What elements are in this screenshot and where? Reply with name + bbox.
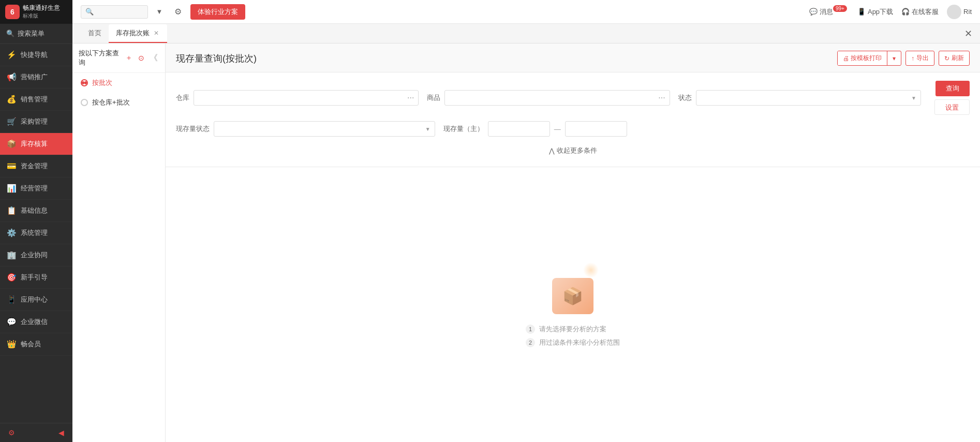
wechat-icon: 💬 [6, 317, 17, 327]
empty-state: 1 请先选择要分析的方案 2 用过滤条件来缩小分析范围 [166, 167, 980, 442]
topbar-gear-icon[interactable]: ⚙ [171, 5, 185, 19]
inv-status-select[interactable]: ▼ [214, 121, 435, 137]
btn-area: 查询 设置 [934, 81, 970, 115]
topbar-dropdown[interactable]: ▼ [153, 6, 166, 18]
sidebar-item-inventory[interactable]: 📦 库存核算 [0, 133, 72, 155]
warehouse-label: 仓库 [176, 93, 189, 102]
empty-icon [547, 262, 599, 314]
app-download-item[interactable]: 📱 App下载 [857, 7, 893, 17]
refresh-icon: ↻ [944, 55, 949, 62]
appstore-icon: 📱 [6, 294, 17, 305]
trial-btn[interactable]: 体验行业方案 [190, 4, 245, 20]
refresh-label: 刷新 [952, 54, 964, 63]
service-icon: 🎧 [901, 8, 910, 16]
user-item[interactable]: Rit [947, 5, 972, 19]
tab-close-icon[interactable]: ✕ [153, 30, 160, 37]
topbar-search-box[interactable]: 🔍 [81, 5, 148, 19]
sidebar-header: 6 畅康通好生意 标准版 [0, 0, 72, 24]
marketing-icon: 📢 [6, 72, 17, 82]
sidebar-subtitle: 标准版 [23, 12, 60, 20]
left-panel-actions: ＋ ⊙ 《 [124, 53, 159, 63]
sidebar-item-operation[interactable]: 📊 经营管理 [0, 178, 72, 200]
quantity-label: 现存量（主） [443, 124, 484, 134]
sidebar-item-label: 企业微信 [21, 317, 48, 327]
sidebar-item-wechat[interactable]: 💬 企业微信 [0, 311, 72, 333]
left-panel-item-warehouse-batch[interactable]: 按仓库+批次 [72, 93, 165, 112]
product-label: 商品 [427, 93, 440, 102]
sidebar-item-label: 畅会员 [21, 340, 41, 349]
sidebar-item-marketing[interactable]: 📢 营销推广 [0, 66, 72, 89]
panel-close-btn[interactable]: ✕ [964, 30, 972, 37]
page-header: 现存量查询(按批次) 🖨 按模板打印 ▾ ↑ 导出 [166, 43, 980, 72]
tab-home[interactable]: 首页 [81, 24, 109, 43]
sidebar-item-finance[interactable]: 💳 资金管理 [0, 155, 72, 178]
sidebar-company-name: 畅康通好生意 [23, 4, 60, 12]
manage-plan-btn[interactable]: ⊙ [136, 53, 146, 63]
left-panel-title: 按以下方案查询 [79, 49, 121, 67]
empty-shine [583, 262, 599, 278]
sidebar-search[interactable]: 🔍 搜索菜单 [0, 24, 72, 44]
sidebar-item-label: 快捷导航 [21, 50, 48, 60]
sidebar-item-quick-nav[interactable]: ⚡ 快捷导航 [0, 44, 72, 66]
avatar [947, 5, 961, 19]
left-panel-header: 按以下方案查询 ＋ ⊙ 《 [72, 43, 165, 73]
sidebar-company: 畅康通好生意 标准版 [23, 4, 60, 20]
sidebar-logo: 6 [5, 5, 20, 19]
sidebar-item-label: 经营管理 [21, 184, 48, 193]
print-label: 按模板打印 [851, 54, 882, 63]
quantity-min-input[interactable] [488, 121, 550, 137]
online-service-item[interactable]: 🎧 在线客服 [901, 7, 939, 17]
settings-btn[interactable]: 设置 [934, 99, 970, 115]
sidebar-item-basic[interactable]: 📋 基础信息 [0, 200, 72, 222]
filter-collapse-btn[interactable]: ⋀ 收起更多条件 [176, 143, 970, 158]
sidebar-item-sales[interactable]: 💰 销售管理 [0, 89, 72, 111]
tab-batch-account[interactable]: 库存批次账 ✕ [109, 24, 167, 43]
sidebar-item-label: 应用中心 [21, 295, 48, 304]
sidebar-item-system[interactable]: ⚙️ 系统管理 [0, 222, 72, 244]
sidebar-collapse-icon[interactable]: ◀ [56, 428, 66, 438]
sidebar-item-purchase[interactable]: 🛒 采购管理 [0, 111, 72, 133]
export-btn[interactable]: ↑ 导出 [905, 51, 934, 66]
add-plan-btn[interactable]: ＋ [124, 53, 134, 63]
filter-group-inv-status: 现存量状态 ▼ [176, 121, 435, 137]
refresh-btn[interactable]: ↻ 刷新 [939, 51, 970, 66]
filter-collapse-row: ⋀ 收起更多条件 [176, 143, 970, 158]
filter-group-status: 状态 ▼ [678, 90, 921, 106]
query-btn[interactable]: 查询 [936, 81, 970, 96]
member-icon: 👑 [6, 339, 17, 349]
left-panel: 按以下方案查询 ＋ ⊙ 《 按批次 按仓库+批次 [72, 43, 166, 442]
hint-num-2: 2 [526, 338, 535, 347]
message-item[interactable]: 💬 消息 99+ [809, 7, 849, 17]
inv-status-label: 现存量状态 [176, 124, 210, 134]
app-download-label: App下载 [868, 7, 893, 17]
system-icon: ⚙️ [6, 228, 17, 238]
status-select[interactable]: ▼ [696, 90, 921, 106]
collapse-up-icon: ⋀ [549, 147, 555, 155]
inventory-icon: 📦 [6, 139, 17, 149]
warehouse-input[interactable]: ··· [194, 90, 419, 106]
hint-text-1: 请先选择要分析的方案 [539, 325, 606, 334]
product-input[interactable]: ··· [444, 90, 670, 106]
quantity-max-input[interactable] [565, 121, 627, 137]
sidebar-settings-icon[interactable]: ⚙ [6, 428, 17, 438]
print-btn[interactable]: 🖨 按模板打印 [838, 51, 887, 65]
radio-warehouse-batch [81, 99, 88, 106]
print-dropdown[interactable]: ▾ [887, 52, 901, 65]
page-header-actions: 🖨 按模板打印 ▾ ↑ 导出 ↻ 刷新 [837, 51, 970, 66]
collapse-panel-btn[interactable]: 《 [149, 53, 159, 63]
filter-group-product: 商品 ··· [427, 90, 670, 106]
status-chevron-icon: ▼ [911, 95, 916, 101]
sidebar-item-appstore[interactable]: 📱 应用中心 [0, 289, 72, 311]
purchase-icon: 🛒 [6, 116, 17, 127]
filter-row-2: 现存量状态 ▼ 现存量（主） — [176, 121, 970, 137]
user-name: Rit [963, 8, 972, 16]
sidebar-item-label: 库存核算 [21, 139, 48, 149]
tab-batch-label: 库存批次账 [116, 28, 150, 38]
sidebar-item-label: 销售管理 [21, 95, 48, 104]
main: 🔍 ▼ ⚙ 体验行业方案 💬 消息 99+ 📱 App下载 🎧 在线客服 [72, 0, 980, 442]
sidebar-item-enterprise[interactable]: 🏢 企业协同 [0, 244, 72, 267]
left-panel-item-batch[interactable]: 按批次 [72, 73, 165, 93]
sidebar: 6 畅康通好生意 标准版 🔍 搜索菜单 ⚡ 快捷导航 📢 营销推广 💰 销售管理… [0, 0, 72, 442]
sidebar-item-newbie[interactable]: 🎯 新手引导 [0, 267, 72, 289]
sidebar-item-member[interactable]: 👑 畅会员 [0, 333, 72, 356]
